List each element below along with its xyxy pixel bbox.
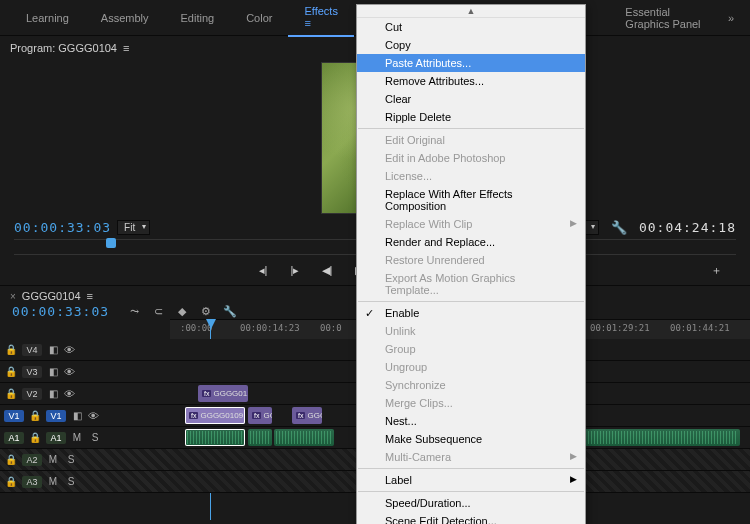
clip-audio[interactable] xyxy=(185,429,245,446)
track-label[interactable]: V1 xyxy=(46,410,66,422)
button-editor[interactable]: ＋ xyxy=(706,261,726,279)
track-header-v3[interactable]: 🔒 V3 ◧ 👁 xyxy=(0,361,170,383)
mute-audio-icon[interactable]: M xyxy=(70,431,84,445)
menu-item-edit-original: Edit Original xyxy=(357,131,585,149)
track-header-v1[interactable]: V1 🔒 V1 ◧ 👁 xyxy=(0,405,170,427)
menu-item-replace-with-after-effects-composition[interactable]: Replace With After Effects Composition xyxy=(357,185,585,215)
settings-wrench-icon[interactable]: 🔧 xyxy=(605,220,633,235)
track-label[interactable]: A2 xyxy=(22,454,42,466)
menu-item-paste-attributes[interactable]: Paste Attributes... xyxy=(357,54,585,72)
overflow-button[interactable]: » xyxy=(722,12,740,24)
eye-icon[interactable]: 👁 xyxy=(88,410,99,422)
clip-audio[interactable] xyxy=(274,429,334,446)
scroll-up-icon[interactable]: ▲ xyxy=(357,5,585,18)
solo-icon[interactable]: S xyxy=(64,453,78,467)
menu-item-license: License... xyxy=(357,167,585,185)
tab-essential-graphics[interactable]: Essential Graphics Panel xyxy=(609,0,722,36)
menu-item-remove-attributes[interactable]: Remove Attributes... xyxy=(357,72,585,90)
clip[interactable]: fxGGGG011 xyxy=(198,385,248,402)
lock-icon[interactable]: 🔒 xyxy=(4,453,18,467)
track-source[interactable]: V1 xyxy=(4,410,24,422)
menu-item-speed-duration[interactable]: Speed/Duration... xyxy=(357,494,585,512)
eye-icon[interactable]: 👁 xyxy=(64,388,75,400)
zoom-fit-select[interactable]: Fit xyxy=(117,220,150,235)
timeline-timecode[interactable]: 00:00:33:03 xyxy=(4,304,109,319)
lock-icon[interactable]: 🔒 xyxy=(28,431,42,445)
menu-item-label: Scene Edit Detection... xyxy=(385,515,497,524)
track-label[interactable]: V2 xyxy=(22,388,42,400)
menu-item-label: Paste Attributes... xyxy=(385,57,471,69)
menu-icon: ≡ xyxy=(304,17,310,29)
track-label[interactable]: A1 xyxy=(46,432,66,444)
marker-icon[interactable]: ◆ xyxy=(175,305,189,318)
tab-color[interactable]: Color xyxy=(230,6,288,30)
mute-video-icon[interactable]: ◧ xyxy=(70,409,84,423)
mark-out-button[interactable]: |▸ xyxy=(285,261,305,279)
step-back-button[interactable]: ◀| xyxy=(317,261,337,279)
wrench-icon[interactable]: 🔧 xyxy=(223,305,237,318)
menu-item-render-and-replace[interactable]: Render and Replace... xyxy=(357,233,585,251)
menu-item-ripple-delete[interactable]: Ripple Delete xyxy=(357,108,585,126)
menu-separator xyxy=(358,128,584,129)
linked-selection-icon[interactable]: ⊂ xyxy=(151,305,165,318)
program-timecode-in[interactable]: 00:00:33:03 xyxy=(14,220,111,235)
menu-item-label: License... xyxy=(385,170,432,182)
tab-editing[interactable]: Editing xyxy=(165,6,231,30)
menu-item-make-subsequence[interactable]: Make Subsequence xyxy=(357,430,585,448)
lock-icon[interactable]: 🔒 xyxy=(4,343,18,357)
menu-item-clear[interactable]: Clear xyxy=(357,90,585,108)
settings-icon[interactable]: ⚙ xyxy=(199,305,213,318)
lock-icon[interactable]: 🔒 xyxy=(28,409,42,423)
mute-video-icon[interactable]: ◧ xyxy=(46,343,60,357)
lock-icon[interactable]: 🔒 xyxy=(4,387,18,401)
close-icon[interactable]: × xyxy=(10,291,16,302)
tab-effects[interactable]: Effects ≡ xyxy=(288,0,353,37)
track-headers: 🔒 V4 ◧ 👁 🔒 V3 ◧ 👁 🔒 V2 ◧ 👁 V1 🔒 V1 xyxy=(0,339,170,493)
tab-assembly[interactable]: Assembly xyxy=(85,6,165,30)
clip[interactable]: fxGGG xyxy=(292,407,322,424)
track-header-a2[interactable]: 🔒 A2 M S xyxy=(0,449,170,471)
menu-item-scene-edit-detection[interactable]: Scene Edit Detection... xyxy=(357,512,585,524)
track-label[interactable]: V3 xyxy=(22,366,42,378)
clip-audio[interactable] xyxy=(248,429,272,446)
panel-menu-icon[interactable]: ≡ xyxy=(87,290,93,302)
sequence-name[interactable]: GGGG0104 xyxy=(22,290,81,302)
menu-item-label: Synchronize xyxy=(385,379,446,391)
clip[interactable]: fxGG xyxy=(248,407,272,424)
track-header-a3[interactable]: 🔒 A3 M S xyxy=(0,471,170,493)
tab-learning[interactable]: Learning xyxy=(10,6,85,30)
menu-item-label: Remove Attributes... xyxy=(385,75,484,87)
menu-item-copy[interactable]: Copy xyxy=(357,36,585,54)
eye-icon[interactable]: 👁 xyxy=(64,366,75,378)
track-source[interactable]: A1 xyxy=(4,432,24,444)
mark-in-button[interactable]: ◂| xyxy=(253,261,273,279)
lock-icon[interactable]: 🔒 xyxy=(4,365,18,379)
mute-video-icon[interactable]: ◧ xyxy=(46,365,60,379)
mute-video-icon[interactable]: ◧ xyxy=(46,387,60,401)
lock-icon[interactable]: 🔒 xyxy=(4,475,18,489)
track-label[interactable]: V4 xyxy=(22,344,42,356)
eye-icon[interactable]: 👁 xyxy=(64,344,75,356)
track-label[interactable]: A3 xyxy=(22,476,42,488)
ruler-stamp: 00:0 xyxy=(320,323,342,333)
track-header-a1[interactable]: A1 🔒 A1 M S xyxy=(0,427,170,449)
track-header-v2[interactable]: 🔒 V2 ◧ 👁 xyxy=(0,383,170,405)
menu-item-cut[interactable]: Cut xyxy=(357,18,585,36)
menu-item-label: Edit in Adobe Photoshop xyxy=(385,152,505,164)
menu-item-label: Ripple Delete xyxy=(385,111,451,123)
ruler-stamp: :00:00 xyxy=(180,323,213,333)
clip-audio[interactable] xyxy=(580,429,740,446)
mute-audio-icon[interactable]: M xyxy=(46,453,60,467)
menu-item-enable[interactable]: ✓Enable xyxy=(357,304,585,322)
mute-audio-icon[interactable]: M xyxy=(46,475,60,489)
snap-icon[interactable]: ⤳ xyxy=(127,305,141,318)
program-playhead[interactable] xyxy=(106,238,116,248)
menu-item-label[interactable]: Label▶ xyxy=(357,471,585,489)
menu-item-nest[interactable]: Nest... xyxy=(357,412,585,430)
panel-menu-icon[interactable]: ≡ xyxy=(123,42,129,54)
solo-icon[interactable]: S xyxy=(88,431,102,445)
clip[interactable]: fxGGGG0109 xyxy=(185,407,245,424)
solo-icon[interactable]: S xyxy=(64,475,78,489)
track-header-v4[interactable]: 🔒 V4 ◧ 👁 xyxy=(0,339,170,361)
menu-item-multi-camera: Multi-Camera▶ xyxy=(357,448,585,466)
